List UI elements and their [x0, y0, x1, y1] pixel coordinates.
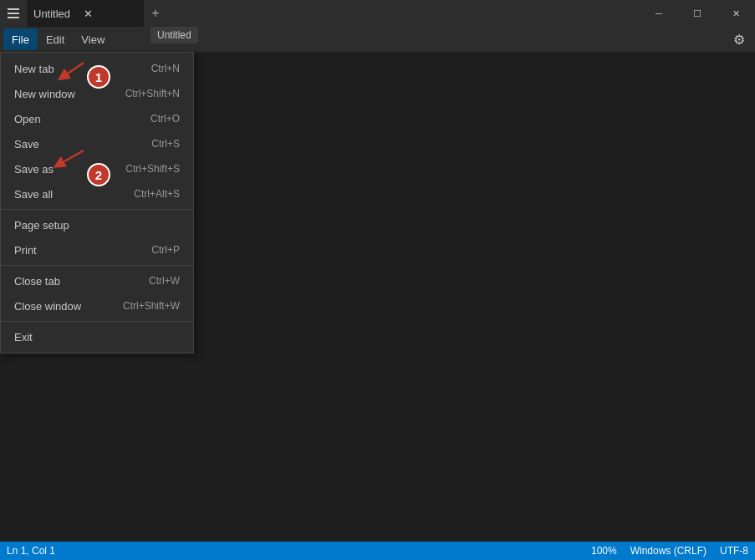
- menu-new-tab[interactable]: New tab Ctrl+N: [1, 56, 193, 81]
- menu-print-label: Print: [14, 244, 37, 257]
- menu-close-window-shortcut: Ctrl+Shift+W: [123, 300, 180, 312]
- menu-page-setup-label: Page setup: [14, 219, 69, 232]
- menu-save-as-label: Save as: [14, 163, 54, 176]
- close-button[interactable]: ✕: [717, 0, 755, 27]
- tab-close-button[interactable]: ✕: [80, 6, 95, 21]
- menu-save-as[interactable]: Save as Ctrl+Shift+S: [1, 156, 193, 181]
- tab-title: Untitled: [33, 8, 70, 20]
- menu-new-window[interactable]: New window Ctrl+Shift+N: [1, 81, 193, 106]
- line-ending[interactable]: Windows (CRLF): [630, 545, 707, 557]
- menu-exit[interactable]: Exit: [1, 324, 193, 349]
- new-tab-button[interactable]: +: [144, 2, 167, 25]
- menu-close-window-label: Close window: [14, 300, 81, 313]
- menu-save-as-shortcut: Ctrl+Shift+S: [125, 163, 180, 175]
- menu-save-label: Save: [14, 138, 39, 150]
- menu-close-tab-label: Close tab: [14, 275, 60, 288]
- menu-open-shortcut: Ctrl+O: [150, 113, 180, 125]
- menu-new-window-shortcut: Ctrl+Shift+N: [125, 88, 180, 99]
- settings-icon[interactable]: ⚙: [727, 27, 752, 52]
- menu-print-shortcut: Ctrl+P: [151, 244, 180, 256]
- menu-save[interactable]: Save Ctrl+S: [1, 131, 193, 156]
- menu-exit-label: Exit: [14, 331, 33, 344]
- menu-save-all-shortcut: Ctrl+Alt+S: [134, 188, 180, 200]
- tab-strip: Untitled ✕ +: [27, 0, 640, 27]
- menu-close-window[interactable]: Close window Ctrl+Shift+W: [1, 293, 193, 318]
- menu-save-shortcut: Ctrl+S: [151, 138, 180, 150]
- menu-print[interactable]: Print Ctrl+P: [1, 237, 193, 262]
- menu-new-tab-shortcut: Ctrl+N: [151, 63, 180, 74]
- menu-page-setup[interactable]: Page setup: [1, 212, 193, 237]
- svg-rect-1: [8, 13, 19, 14]
- svg-rect-2: [8, 17, 19, 18]
- menu-new-window-label: New window: [14, 88, 75, 100]
- menu-bar: File Edit View ⚙: [0, 27, 755, 52]
- menu-view[interactable]: View: [73, 28, 113, 50]
- window-controls: ─ ☐ ✕: [640, 0, 755, 27]
- separator-2: [1, 265, 193, 266]
- restore-button[interactable]: ☐: [678, 0, 717, 27]
- zoom-level[interactable]: 100%: [591, 545, 617, 557]
- status-bar: Ln 1, Col 1 100% Windows (CRLF) UTF-8: [0, 542, 755, 560]
- menu-new-tab-label: New tab: [14, 63, 54, 75]
- menu-edit[interactable]: Edit: [38, 28, 73, 50]
- app-menu-icon[interactable]: [0, 0, 27, 27]
- separator-1: [1, 209, 193, 210]
- status-right: 100% Windows (CRLF) UTF-8: [591, 545, 748, 557]
- svg-rect-0: [8, 8, 19, 10]
- cursor-position: Ln 1, Col 1: [7, 545, 55, 557]
- menu-save-all-label: Save all: [14, 188, 53, 201]
- active-tab[interactable]: Untitled ✕: [27, 0, 144, 27]
- menu-close-tab-shortcut: Ctrl+W: [149, 275, 180, 287]
- menu-open[interactable]: Open Ctrl+O: [1, 106, 193, 131]
- file-dropdown-menu: New tab Ctrl+N New window Ctrl+Shift+N O…: [0, 52, 194, 354]
- separator-3: [1, 321, 193, 322]
- menu-open-label: Open: [14, 113, 41, 125]
- minimize-button[interactable]: ─: [640, 0, 678, 27]
- encoding[interactable]: UTF-8: [720, 545, 748, 557]
- menu-save-all[interactable]: Save all Ctrl+Alt+S: [1, 181, 193, 206]
- menu-close-tab[interactable]: Close tab Ctrl+W: [1, 268, 193, 293]
- title-bar: Untitled ✕ + ─ ☐ ✕: [0, 0, 755, 27]
- menu-file[interactable]: File: [3, 28, 38, 50]
